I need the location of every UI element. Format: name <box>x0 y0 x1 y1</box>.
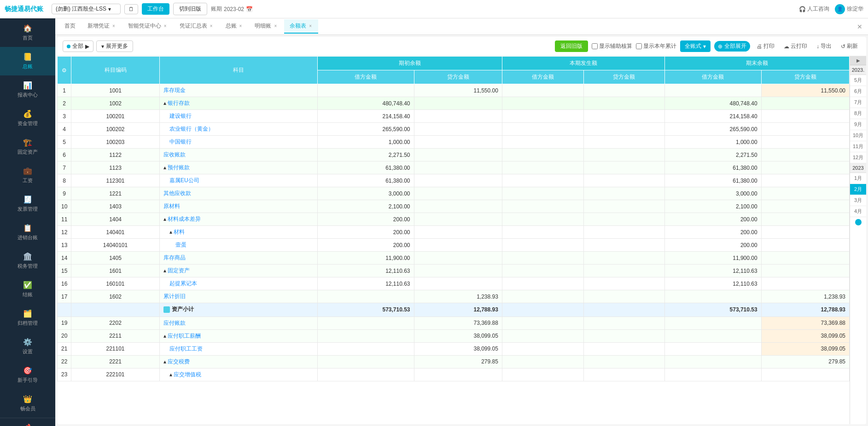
sidebar-unpin-btn[interactable]: 📌 取消固定 <box>0 418 55 426</box>
month-6[interactable]: 6月 <box>850 86 866 97</box>
cell-name[interactable]: ▴ 应交税费 <box>159 355 317 368</box>
sidebar-item-purchase[interactable]: 📋 进销台账 <box>0 218 55 247</box>
expand-all-toggle[interactable]: ⊕ 全部展开 <box>714 41 750 52</box>
cloud-print-btn[interactable]: ☁ 云打印 <box>781 41 810 52</box>
year-label-2023b[interactable]: 2023 <box>850 163 866 173</box>
circle-btn[interactable] <box>850 217 866 227</box>
cell-name[interactable]: 应付职工工资 <box>159 342 317 355</box>
sidebar-item-ledger[interactable]: 📒 总账 <box>0 47 55 75</box>
tab-new-voucher-close[interactable]: × <box>111 23 116 29</box>
export-icon: ↓ <box>816 43 819 50</box>
export-btn[interactable]: ↓ 导出 <box>814 41 834 52</box>
cell-name[interactable]: ▴ 应交增值税 <box>159 368 317 381</box>
month-1[interactable]: 1月 <box>850 173 866 184</box>
sidebar-item-reports[interactable]: 📊 报表中心 <box>0 75 55 104</box>
filter-all-btn[interactable]: 全部 ▶ <box>63 40 93 52</box>
table-wrap[interactable]: ⚙ 科目编码 科目 期初余额 本期发生额 期末余额 借方金额 贷方金额 借方金额 <box>57 56 850 424</box>
tab-smart-voucher[interactable]: 智能凭证中心 × <box>122 19 173 34</box>
chk-assist-label[interactable]: 显示辅助核算 <box>592 42 632 50</box>
cell-name[interactable]: 应付账款 <box>159 317 317 329</box>
tab-voucher-summary[interactable]: 凭证汇总表 × <box>174 19 219 34</box>
chk-assist[interactable] <box>592 43 598 49</box>
month-7[interactable]: 7月 <box>850 97 866 108</box>
workbench-btn[interactable]: 工作台 <box>142 3 169 15</box>
tab-detail-ledger-close[interactable]: × <box>273 23 278 29</box>
panel-collapse-btn[interactable]: ▶ <box>850 56 866 65</box>
year-label-2023a[interactable]: 2023. <box>850 65 866 75</box>
month-9[interactable]: 9月 <box>850 119 866 130</box>
cell-name[interactable]: 累计折旧 <box>159 290 317 303</box>
cell-name[interactable]: ▴ 材料成本差异 <box>159 213 317 226</box>
cell-end-debit: 480,748.40 <box>665 97 761 110</box>
expand-more-btn[interactable]: ▾ 展开更多 <box>96 40 133 52</box>
company-label: (勿删) 江西殷垒-LSS <box>56 5 106 13</box>
cell-code: 221101 <box>71 342 159 355</box>
sidebar-label-archive: 归档管理 <box>17 320 38 327</box>
print-btn[interactable]: 🖨 打印 <box>754 41 777 52</box>
cell-name[interactable]: ▴ 材料 <box>159 226 317 239</box>
expand-label: 展开更多 <box>106 42 128 50</box>
cell-end-debit: 12,110.63 <box>665 265 761 277</box>
cell-name[interactable]: ▴ 应付职工薪酬 <box>159 329 317 342</box>
sidebar-item-archive[interactable]: 🗂️ 归档管理 <box>0 304 55 332</box>
sidebar-item-funds[interactable]: 💰 资金管理 <box>0 104 55 132</box>
cell-name[interactable]: 原材料 <box>159 200 317 213</box>
tab-balance[interactable]: 余额表 × <box>284 19 318 34</box>
tab-voucher-summary-close[interactable]: × <box>209 23 214 29</box>
cell-name[interactable]: 壹蛋 <box>159 239 317 252</box>
user-info[interactable]: 👤 徐淀华 <box>835 4 863 14</box>
cell-name[interactable]: 应收账款 <box>159 149 317 161</box>
cell-name[interactable]: 嘉属EU公司 <box>159 174 317 187</box>
cell-code: 1123 <box>71 161 159 174</box>
month-8[interactable]: 8月 <box>850 108 866 119</box>
cell-cur-debit <box>502 368 583 381</box>
sidebar-item-settings[interactable]: ⚙️ 设置 <box>0 332 55 361</box>
tab-detail-ledger[interactable]: 明细账 × <box>249 19 283 34</box>
cell-name[interactable]: 中国银行 <box>159 136 317 149</box>
sidebar-item-guide[interactable]: 🎯 新手引导 <box>0 361 55 389</box>
cell-name[interactable]: 其他应收款 <box>159 187 317 200</box>
sidebar-item-payroll[interactable]: 💼 工资 <box>0 161 55 190</box>
sidebar-item-member[interactable]: 👑 畅会员 <box>0 389 55 418</box>
tab-home[interactable]: 首页 <box>59 19 81 34</box>
sidebar-item-close[interactable]: ✅ 结账 <box>0 275 55 304</box>
period-value[interactable]: 2023-02 <box>224 6 244 12</box>
month-5[interactable]: 5月 <box>850 75 866 86</box>
switch-version-btn[interactable]: 切到旧版 <box>173 3 207 15</box>
help-link[interactable]: 🎧 人工咨询 <box>799 5 829 13</box>
cell-name[interactable]: 库存现金 <box>159 84 317 97</box>
month-10[interactable]: 10月 <box>850 130 866 141</box>
month-3[interactable]: 3月 <box>850 195 866 206</box>
sidebar-item-assets[interactable]: 🏗️ 固定资产 <box>0 132 55 161</box>
close-all-tabs[interactable]: ✕ <box>855 21 864 32</box>
cell-name[interactable]: ▴ 预付账款 <box>159 161 317 174</box>
tab-new-voucher[interactable]: 新增凭证 × <box>82 19 122 34</box>
chk-yearly-label[interactable]: 显示本年累计 <box>636 42 676 50</box>
sidebar-item-invoices[interactable]: 🧾 发票管理 <box>0 190 55 218</box>
cell-no: 12 <box>58 226 71 239</box>
tab-smart-voucher-label: 智能凭证中心 <box>128 22 161 30</box>
tab-smart-voucher-close[interactable]: × <box>163 23 168 29</box>
chk-yearly[interactable] <box>636 43 642 49</box>
tab-general-ledger[interactable]: 总账 × <box>220 19 249 34</box>
calendar-icon[interactable]: 📅 <box>246 6 253 12</box>
cell-name[interactable]: 库存商品 <box>159 252 317 265</box>
sidebar-item-tax[interactable]: 🏛️ 税务管理 <box>0 247 55 275</box>
cell-name[interactable]: 建设银行 <box>159 110 317 123</box>
month-11[interactable]: 11月 <box>850 141 866 152</box>
company-selector[interactable]: (勿删) 江西殷垒-LSS ▾ <box>52 4 121 14</box>
tab-general-ledger-close[interactable]: × <box>239 23 243 29</box>
cell-name[interactable]: 农业银行（黄金） <box>159 123 317 136</box>
cell-name[interactable]: 起提累记本 <box>159 277 317 290</box>
format-btn[interactable]: 全账式 ▾ <box>680 40 711 52</box>
sidebar-item-home[interactable]: 🏠 首页 <box>0 18 55 47</box>
tab-balance-close[interactable]: × <box>308 23 313 29</box>
copy-btn[interactable]: 🗒 <box>124 4 138 14</box>
return-old-btn[interactable]: 返回旧版 <box>555 40 588 52</box>
cell-name[interactable]: ▴ 银行存款 <box>159 97 317 110</box>
cell-name[interactable]: ▴ 固定资产 <box>159 265 317 277</box>
month-4[interactable]: 4月 <box>850 206 866 217</box>
month-2[interactable]: 2月 <box>850 184 866 195</box>
refresh-btn[interactable]: ↺ 刷新 <box>838 41 861 52</box>
month-12[interactable]: 12月 <box>850 152 866 163</box>
